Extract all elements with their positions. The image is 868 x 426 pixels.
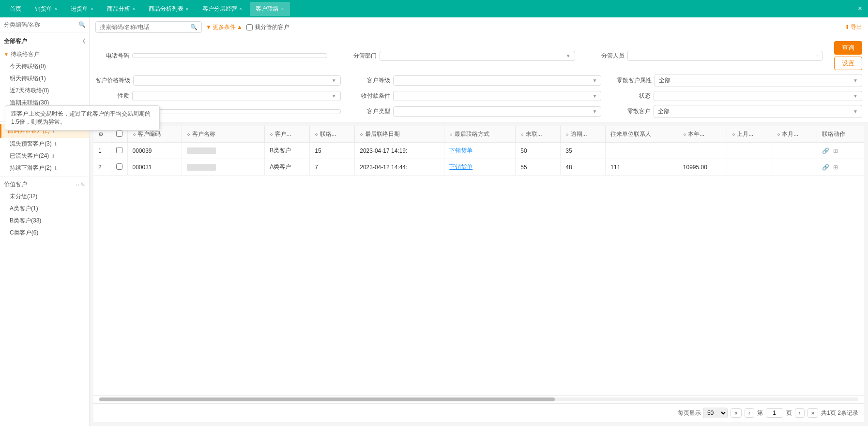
row1-action-grid-icon[interactable]: ⊞ (833, 147, 838, 154)
export-button[interactable]: ⬆ 导出 (845, 23, 862, 31)
sidebar-item-7days[interactable]: 近7天待联络(0) (0, 85, 89, 97)
prev-page-button[interactable]: ‹ (745, 408, 754, 418)
settings-icon[interactable]: ⚙ (98, 131, 104, 138)
tab-product-analysis[interactable]: 商品分析 × (101, 2, 141, 16)
col-this-month[interactable]: ⬦ 本月... (772, 126, 817, 143)
phone-input[interactable] (132, 53, 327, 58)
payment-input[interactable]: ▼ (393, 91, 602, 101)
row1-this-year (678, 143, 727, 159)
col-this-year[interactable]: ⬦ 本年... (678, 126, 727, 143)
sidebar-item-today[interactable]: 今天待联络(0) (0, 60, 89, 73)
more-dots-input[interactable] (132, 109, 341, 114)
tab-purchase-close[interactable]: × (90, 6, 93, 12)
customer-grade-input[interactable]: ▼ (393, 75, 602, 86)
sidebar-item-tomorrow[interactable]: 明天待联络(1) (0, 73, 89, 85)
per-page-select[interactable]: 50 100 (703, 408, 728, 418)
sidebar-search-icon[interactable]: 🔍 (78, 21, 86, 28)
tab-product-analysis-label: 商品分析 (107, 5, 130, 13)
search-input[interactable] (100, 24, 188, 30)
col-last-contact-date[interactable]: ⬦ 最后联络日期 (355, 126, 444, 143)
tab-customer-contact-close[interactable]: × (281, 6, 284, 12)
col-name[interactable]: ⬦ 客户名称 (182, 126, 265, 143)
row2-check[interactable] (116, 163, 122, 170)
row2-last-contact-date: 2023-04-12 14:44: (355, 159, 444, 176)
scroll-thumb[interactable] (99, 397, 555, 401)
my-customers-check[interactable] (246, 24, 253, 30)
more-conditions-button[interactable]: ▼ 更多条件 ▲ (206, 23, 243, 31)
row1-action-icons: 🔗 ⊞ (822, 147, 859, 154)
row1-category: B类客户 (265, 143, 310, 159)
row2-no-contact: 55 (516, 159, 561, 176)
sidebar-item-classB[interactable]: B类客户(33) (0, 215, 89, 227)
tab-home[interactable]: 首页 (4, 2, 27, 16)
customer-type-input[interactable]: ▼ (393, 106, 602, 117)
all-customers-label: 全部客户 (4, 37, 27, 45)
pen-edit-icon[interactable]: ✎ (80, 181, 85, 188)
first-page-button[interactable]: « (731, 408, 742, 418)
tab-customer-segment-close[interactable]: × (239, 6, 242, 12)
status-arrow: ▼ (853, 93, 858, 99)
tab-purchase[interactable]: 进货单 × (65, 2, 99, 16)
continuous-info-icon: ℹ (55, 165, 57, 171)
retail-customer-input[interactable]: 全部 ▼ (654, 105, 862, 118)
col-last-contact-method[interactable]: ⬦ 最后联络方式 (444, 126, 516, 143)
col-last-month[interactable]: ⬦ 上月... (727, 126, 772, 143)
retail-attr-input[interactable]: 全部 ▼ (655, 74, 862, 87)
filter-customer-grade: 客户等级 ▼ (356, 75, 602, 86)
circle-edit-icon[interactable]: ○ (76, 181, 79, 188)
tab-customer-segment[interactable]: 客户分层经营 × (197, 2, 248, 16)
close-all-tabs-button[interactable]: × (858, 4, 862, 13)
row2-action-link-icon[interactable]: 🔗 (822, 164, 829, 171)
col-contact[interactable]: ⬦ 联络... (310, 126, 355, 143)
tab-sales-close[interactable]: × (54, 6, 57, 12)
status-input[interactable]: ▼ (654, 91, 862, 101)
select-all-checkbox[interactable] (116, 131, 122, 137)
filter-manager: 分管人员 ··· (591, 51, 822, 61)
col-category[interactable]: ⬦ 客户... (265, 126, 310, 143)
col-overdue[interactable]: ⬦ 逾期... (561, 126, 606, 143)
last-page-button[interactable]: » (807, 408, 819, 418)
query-button[interactable]: 查询 (834, 41, 862, 55)
row1-last-contact-method[interactable]: 下销货单 (444, 143, 516, 159)
table-row: 2 000031 A类客户 7 2023-04-12 14:44: 下销货单 5… (93, 159, 864, 176)
tab-product-analysis-close[interactable]: × (132, 6, 135, 12)
manager-input[interactable]: ··· (627, 51, 822, 61)
col-lcd-sort: ⬦ (360, 131, 363, 137)
row2-last-contact-method[interactable]: 下销货单 (444, 159, 516, 176)
my-customers-checkbox[interactable]: 我分管的客户 (246, 23, 289, 31)
phone-label: 电话号码 (95, 52, 129, 60)
row1-action-link-icon[interactable]: 🔗 (822, 147, 829, 154)
page-input[interactable] (766, 408, 783, 418)
tab-product-list[interactable]: 商品分析列表 × (143, 2, 194, 16)
tab-customer-contact[interactable]: 客户联络 × (250, 2, 289, 16)
col-unit-contacts[interactable]: 往来单位联系人 (606, 126, 678, 143)
7days-label: 近7天待联络(0) (10, 87, 49, 94)
nature-input[interactable]: ▼ (132, 91, 341, 101)
sidebar-item-classA[interactable]: A类客户(1) (0, 203, 89, 215)
sidebar-group-pending-contact[interactable]: ▼ 待联络客户 (0, 48, 89, 60)
sidebar-search-input[interactable] (4, 21, 76, 28)
sidebar-item-continuous-decline[interactable]: 持续下滑客户(2) ℹ (0, 162, 89, 174)
row2-action-grid-icon[interactable]: ⊞ (833, 164, 838, 171)
tomorrow-label: 明天待联络(1) (10, 75, 46, 82)
tab-product-list-close[interactable]: × (185, 6, 188, 12)
sidebar-all-customers[interactable]: 全部客户 《 (0, 34, 89, 48)
row1-contact-method-link[interactable]: 下销货单 (449, 147, 472, 154)
sidebar-item-classC[interactable]: C类客户(6) (0, 227, 89, 239)
row2-contact-method-link[interactable]: 下销货单 (449, 163, 472, 170)
next-page-button[interactable]: › (795, 408, 805, 418)
dept-label: 分管部门 (343, 52, 377, 60)
dept-input[interactable]: ▼ (380, 51, 575, 61)
price-grade-input[interactable]: ▼ (133, 75, 341, 86)
sidebar-item-lost-pre-warning[interactable]: 流失预警客户(3) ℹ (0, 138, 89, 150)
tab-sales[interactable]: 销货单 × (29, 2, 63, 16)
row1-check[interactable] (116, 147, 122, 153)
sidebar-item-already-lost[interactable]: 已流失客户(24) ℹ (0, 150, 89, 162)
already-lost-info-icon: ℹ (52, 153, 54, 159)
horizontal-scrollbar[interactable] (93, 395, 864, 403)
settings-button[interactable]: 设置 (834, 57, 862, 70)
sidebar-item-unclassified[interactable]: 未分组(32) (0, 191, 89, 203)
col-no-contact[interactable]: ⬦ 未联... (516, 126, 561, 143)
row1-checkbox[interactable] (111, 143, 127, 159)
row2-checkbox[interactable] (111, 159, 127, 176)
